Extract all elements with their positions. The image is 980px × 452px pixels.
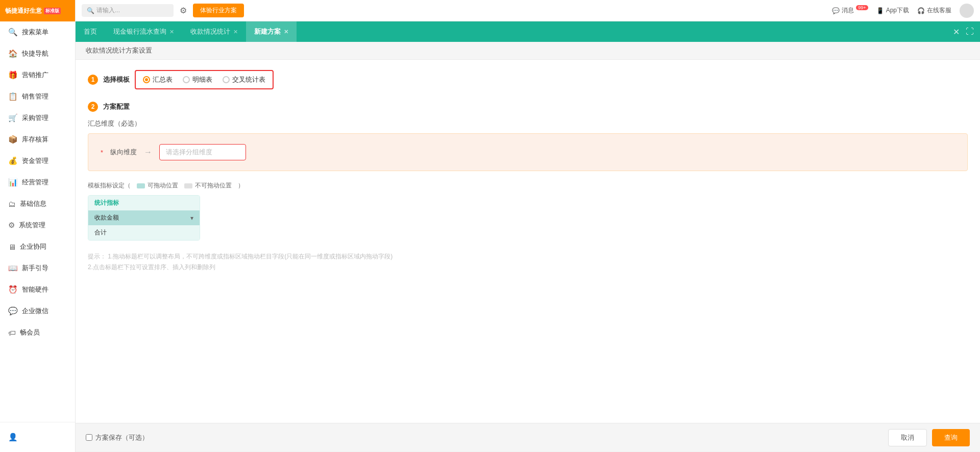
indicator-settings: 模板指标设定（ 可拖动位置 不可拖动位置 ） 统计指标	[88, 181, 968, 242]
tab-new-plan[interactable]: 新建方案✕	[246, 21, 297, 42]
service-item[interactable]: 🎧 在线客服	[917, 6, 951, 15]
app-download-item[interactable]: 📱 App下载	[876, 6, 909, 15]
step2-header: 2 方案配置	[88, 102, 968, 112]
sidebar-label-system: 系统管理	[19, 221, 45, 230]
sidebar-label-smart-hardware: 智能硬件	[22, 285, 48, 294]
sidebar-label-finance: 资金管理	[22, 156, 48, 165]
col-dropdown-icon[interactable]: ▾	[190, 215, 193, 222]
step1-section: 1 选择模板 汇总表 明细表 交叉统计表	[88, 70, 968, 89]
sidebar-icon-member: 🏷	[8, 328, 16, 337]
sidebar-label-enterprise-collab: 企业协同	[20, 242, 46, 251]
sidebar-item-bottom1[interactable]: 👤	[0, 426, 75, 448]
sidebar-item-sales[interactable]: 📋销售管理	[0, 86, 75, 107]
radio-dot-detail	[183, 76, 190, 83]
tips-section: 提示： 1.拖动标题栏可以调整布局，不可跨维度或指标区域拖动栏目字段(只能在同一…	[88, 252, 968, 272]
sidebar-label-sales: 销售管理	[22, 92, 48, 101]
indicator-table-header: 统计指标	[88, 196, 200, 210]
sidebar-icon-enterprise-collab: 🖥	[8, 243, 16, 251]
radio-detail-label: 明细表	[192, 75, 212, 84]
tab-collection[interactable]: 收款情况统计✕	[182, 21, 246, 42]
sidebar-icon-smart-hardware: ⏰	[8, 285, 18, 294]
sidebar-item-quick-nav[interactable]: 🏠快捷导航	[0, 43, 75, 64]
indicator-col-header[interactable]: 收款金额 ▾	[88, 210, 200, 225]
main-area: 🔍 请输入... ⚙ 体验行业方案 💬 消息 99+ 📱 App下载 🎧 在线客…	[76, 0, 980, 452]
page-header: 收款情况统计方案设置	[76, 42, 980, 60]
sidebar-item-search-menu[interactable]: 🔍搜索菜单	[0, 21, 75, 43]
radio-cross[interactable]: 交叉统计表	[223, 75, 265, 84]
cancel-button[interactable]: 取消	[888, 429, 927, 446]
tabbar: 首页现金银行流水查询✕收款情况统计✕新建方案✕ ✕ ⛶	[76, 21, 980, 42]
maximize-icon[interactable]: ⛶	[966, 27, 974, 36]
tab-close-cashflow[interactable]: ✕	[169, 29, 174, 35]
indicator-settings-label: 模板指标设定（	[88, 181, 131, 190]
sidebar-item-basic-info[interactable]: 🗂基础信息	[0, 193, 75, 215]
content-area: 收款情况统计方案设置 1 选择模板 汇总表 明细表	[76, 42, 980, 452]
footer-actions: 取消 查询	[888, 429, 970, 446]
sidebar-icon-management: 📊	[8, 178, 18, 187]
step1-title: 选择模板	[103, 75, 130, 84]
save-label: 方案保存（可选）	[95, 433, 149, 442]
sidebar-item-system[interactable]: ⚙系统管理	[0, 215, 75, 236]
tab-close-collection[interactable]: ✕	[233, 29, 238, 35]
sidebar-item-enterprise-collab[interactable]: 🖥企业协同	[0, 236, 75, 257]
tab-cashflow[interactable]: 现金银行流水查询✕	[105, 21, 182, 42]
sidebar-item-new-guide[interactable]: 📖新手引导	[0, 257, 75, 279]
indicator-row: 合计	[88, 225, 200, 240]
dimension-row: * 纵向维度 → 请选择分组维度	[101, 144, 955, 160]
tab-label-new-plan: 新建方案	[254, 27, 281, 36]
sidebar-icon-new-guide: 📖	[8, 264, 18, 273]
sidebar-item-finance[interactable]: 💰资金管理	[0, 150, 75, 172]
tab-close-new-plan[interactable]: ✕	[284, 29, 288, 35]
notif-label: 消息	[842, 6, 854, 15]
tab-home[interactable]: 首页	[76, 21, 105, 42]
legend-draggable-box	[137, 183, 145, 188]
legend-draggable-label: 可拖动位置	[148, 181, 178, 190]
dimension-row-label: 纵向维度	[110, 148, 137, 157]
radio-summary[interactable]: 汇总表	[143, 75, 173, 84]
sidebar-icon-enterprise-wechat: 💬	[8, 306, 18, 316]
save-checkbox-input[interactable]	[86, 434, 92, 441]
dimension-label-text: 汇总维度（必选）	[88, 120, 141, 127]
sidebar-label-search-menu: 搜索菜单	[22, 28, 48, 37]
trial-button[interactable]: 体验行业方案	[193, 4, 244, 17]
topbar: 🔍 请输入... ⚙ 体验行业方案 💬 消息 99+ 📱 App下载 🎧 在线客…	[76, 0, 980, 21]
sidebar-icon-marketing: 🎁	[8, 70, 18, 80]
sidebar: 畅捷通好生意 标准版 🔍搜索菜单🏠快捷导航🎁营销推广📋销售管理🛒采购管理📦库存核…	[0, 0, 76, 452]
topbar-search[interactable]: 🔍 请输入...	[82, 4, 174, 17]
dimension-select[interactable]: 请选择分组维度	[159, 144, 246, 160]
col-header-label: 收款金额	[94, 213, 119, 222]
step2-badge: 2	[88, 102, 98, 112]
sidebar-icon-finance: 💰	[8, 156, 18, 165]
sidebar-label-new-guide: 新手引导	[22, 264, 48, 273]
sidebar-label-quick-nav: 快捷导航	[22, 49, 48, 58]
query-button[interactable]: 查询	[932, 429, 970, 446]
sidebar-item-purchase[interactable]: 🛒采购管理	[0, 107, 75, 129]
notification-item[interactable]: 💬 消息 99+	[832, 6, 868, 15]
message-icon: 💬	[832, 7, 840, 14]
sidebar-item-inventory[interactable]: 📦库存核算	[0, 129, 75, 150]
radio-cross-label: 交叉统计表	[232, 75, 265, 84]
legend-fixed-box	[184, 183, 192, 188]
settings-icon[interactable]: ⚙	[180, 6, 187, 15]
sidebar-label-member: 畅会员	[20, 328, 40, 337]
close-window-icon[interactable]: ✕	[953, 27, 960, 37]
radio-detail[interactable]: 明细表	[183, 75, 212, 84]
sidebar-item-marketing[interactable]: 🎁营销推广	[0, 64, 75, 86]
app-label: App下载	[886, 6, 909, 15]
avatar[interactable]	[960, 4, 974, 18]
sidebar-item-smart-hardware[interactable]: ⏰智能硬件	[0, 279, 75, 300]
indicator-settings-header: 模板指标设定（ 可拖动位置 不可拖动位置 ）	[88, 181, 968, 190]
sidebar-logo: 畅捷通好生意 标准版	[0, 0, 75, 21]
sidebar-label-marketing: 营销推广	[22, 70, 48, 80]
dimension-select-placeholder: 请选择分组维度	[166, 148, 212, 156]
sidebar-item-enterprise-wechat[interactable]: 💬企业微信	[0, 300, 75, 322]
sidebar-item-management[interactable]: 📊经营管理	[0, 172, 75, 193]
bottom-icon1: 👤	[8, 433, 18, 442]
search-icon: 🔍	[87, 7, 94, 14]
legend-draggable: 可拖动位置	[137, 181, 178, 190]
sidebar-item-member[interactable]: 🏷畅会员	[0, 322, 75, 343]
save-checkbox[interactable]: 方案保存（可选）	[86, 433, 149, 442]
search-placeholder: 请输入...	[96, 6, 120, 15]
dimension-arrow: →	[144, 148, 152, 157]
radio-summary-label: 汇总表	[153, 75, 173, 84]
